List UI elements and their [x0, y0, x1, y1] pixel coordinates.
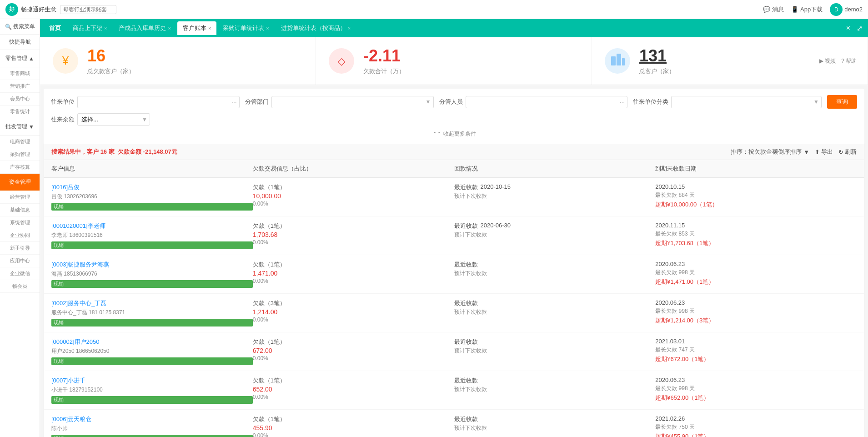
customer-name-link[interactable]: [0016]吕俊	[51, 183, 253, 191]
view-video-btn[interactable]: ▶ 视频	[819, 57, 836, 65]
sidebar-sub-newbie[interactable]: 新手引导	[0, 242, 40, 255]
tab-product-history[interactable]: 产成品入库单历史 ×	[113, 21, 176, 35]
last-payment: 最近收款 2020-06-30	[454, 222, 656, 230]
expand-btn[interactable]: ⤢	[855, 24, 864, 33]
sidebar-sub-enterprise[interactable]: 企业协同	[0, 229, 40, 242]
tab-home[interactable]: 首页	[44, 21, 66, 35]
svg-text:¥: ¥	[62, 54, 69, 67]
customer-tag: 现销	[51, 241, 253, 249]
from-unit-dots-icon[interactable]: ···	[231, 98, 237, 105]
app-download-btn[interactable]: 📱 App下载	[791, 5, 823, 14]
customer-info-0001: [0001020001]李老师 李老师 18600391516 现销	[51, 222, 253, 249]
customer-info-0016: [0016]吕俊 吕俊 13026203696 现销	[51, 183, 253, 211]
tab-close-icon[interactable]: ×	[168, 25, 171, 31]
sidebar-sub-vip[interactable]: 畅会员	[0, 280, 40, 293]
sort-btn[interactable]: 排序：按欠款金额倒序排序 ▼	[731, 148, 809, 156]
result-customer-count: 16	[100, 148, 107, 155]
overdue-amount-link[interactable]: 超期¥1,214.00（3笔）	[655, 316, 857, 325]
sidebar-sub-system[interactable]: 系统管理	[0, 216, 40, 229]
filter-unit-category-select[interactable]	[671, 96, 822, 108]
filter-remaining-select[interactable]: 选择...	[77, 113, 150, 126]
sidebar-sub-purchase[interactable]: 采购管理	[0, 148, 40, 161]
overdue-amount-link[interactable]: 超期¥10,000.00（1笔）	[655, 201, 857, 209]
tab-close-icon[interactable]: ×	[104, 25, 107, 31]
last-payment: 最近收款	[454, 377, 656, 385]
payment-info-0016: 最近收款 2020-10-15 预计下次收款	[454, 183, 656, 200]
sidebar-item-retail-mgmt[interactable]: 零售管理 ▲	[0, 50, 40, 67]
customer-info-0006: [0006]云天粮仓 陈小帅 现销	[51, 415, 253, 437]
tab-close-icon[interactable]: ×	[208, 25, 211, 31]
filter-remaining-label: 往来余额	[51, 116, 75, 124]
next-payment: 预计下次收款	[454, 270, 656, 277]
sidebar-sub-business[interactable]: 经营管理	[0, 191, 40, 204]
overdue-days: 最长欠款 998 天	[655, 269, 857, 276]
tab-close-icon[interactable]: ×	[266, 25, 269, 31]
overdue-info-0003: 2020.06.23 最长欠款 998 天 超期¥1,471.00（1笔）	[655, 261, 857, 286]
tab-close-icon[interactable]: ×	[348, 25, 351, 31]
overdue-amount-link[interactable]: 超期¥672.00（1笔）	[655, 355, 857, 363]
debt-amount: 1,471.00	[253, 270, 454, 277]
sidebar-sub-inventory[interactable]: 库存核算	[0, 161, 40, 174]
filter-manager-input[interactable]	[466, 96, 628, 108]
store-select[interactable]: 母婴行业演示账套	[60, 5, 116, 14]
top-bar-right: 💬 消息 📱 App下载 D demo2	[763, 3, 863, 16]
tab-purchase-order[interactable]: 采购订单统计表 ×	[217, 21, 274, 35]
overdue-days: 最长欠款 998 天	[655, 385, 857, 392]
debt-ratio: 0.00%	[253, 316, 454, 323]
sidebar-sub-marketing[interactable]: 营销推广	[0, 80, 40, 93]
col-header-overdue: 到期未收款日期	[655, 165, 857, 173]
debt-ratio: 0.00%	[253, 355, 454, 362]
collapse-filter-btn[interactable]: ⌃⌃ 收起更多条件	[51, 130, 857, 138]
customer-name-link[interactable]: [0003]畅捷服务尹海燕	[51, 261, 253, 269]
chevron-down-icon: ▼	[29, 124, 34, 130]
sidebar-sub-retail-stats[interactable]: 零售统计	[0, 105, 40, 118]
debt-customer-label: 总欠款客户（家）	[87, 67, 135, 75]
last-payment: 最近收款 2020-10-15	[454, 183, 656, 191]
filter-unit-category-label: 往来单位分类	[633, 98, 668, 106]
payment-info-0002: 最近收款 预计下次收款	[454, 299, 656, 316]
svg-rect-7	[622, 58, 625, 65]
sidebar-item-batch-mgmt[interactable]: 批发管理 ▼	[0, 118, 40, 136]
refresh-btn[interactable]: ↻ 刷新	[838, 148, 857, 156]
sidebar-sub-member[interactable]: 会员中心	[0, 93, 40, 105]
debt-label: 欠款（1笔）	[253, 183, 454, 191]
tab-customer-account[interactable]: 客户账本 ×	[177, 21, 216, 35]
user-menu[interactable]: D demo2	[830, 3, 863, 16]
help-btn[interactable]: ? 帮助	[841, 57, 857, 65]
overdue-info-0007: 2020.06.23 最长欠款 998 天 超期¥652.00（1笔）	[655, 377, 857, 402]
customer-name-link[interactable]: [0006]云天粮仓	[51, 415, 253, 423]
logo-icon: 好	[5, 3, 18, 16]
tab-goods-on-off[interactable]: 商品上下架 ×	[67, 21, 112, 35]
sidebar-item-capital-mgmt[interactable]: 资金管理	[0, 174, 40, 191]
filter-from-unit-input[interactable]	[77, 96, 240, 108]
manager-dots-icon[interactable]: ···	[620, 98, 625, 105]
next-payment: 预计下次收款	[454, 424, 656, 432]
filter-area: 往来单位 ··· 分管部门 ▼	[44, 89, 864, 144]
sidebar-sub-basic[interactable]: 基础信息	[0, 204, 40, 216]
payment-info-0007: 最近收款 预计下次收款	[454, 377, 656, 393]
sidebar-search[interactable]: 🔍 搜索菜单	[0, 19, 40, 35]
sidebar-sub-ecommerce[interactable]: 电商管理	[0, 136, 40, 148]
overdue-amount-link[interactable]: 超期¥455.90（1笔）	[655, 432, 857, 437]
filter-dept-select[interactable]	[271, 96, 434, 108]
message-btn[interactable]: 💬 消息	[763, 5, 784, 14]
filter-manager-wrapper: ···	[466, 96, 628, 108]
customer-name-link[interactable]: [000002]用户2050	[51, 338, 253, 346]
result-debt-amount: -21,148.07元	[143, 148, 177, 155]
sidebar-sub-wechat[interactable]: 企业微信	[0, 267, 40, 280]
tab-label: 产成品入库单历史	[119, 24, 166, 32]
export-btn[interactable]: ⬆ 导出	[815, 148, 833, 156]
customer-name-link[interactable]: [0002]服务中心_丁磊	[51, 299, 253, 307]
customer-name-link[interactable]: [0007]小进千	[51, 377, 253, 385]
customer-name-link[interactable]: [0001020001]李老师	[51, 222, 253, 230]
overdue-amount-link[interactable]: 超期¥1,703.68（1笔）	[655, 239, 857, 247]
debt-label: 欠款（1笔）	[253, 338, 454, 346]
close-all-tabs-btn[interactable]: ×	[844, 24, 852, 33]
overdue-amount-link[interactable]: 超期¥652.00（1笔）	[655, 394, 857, 402]
sidebar-sub-app-center[interactable]: 应用中心	[0, 255, 40, 267]
search-button[interactable]: 查询	[827, 95, 857, 109]
sidebar-sub-retail-mall[interactable]: 零售商城	[0, 67, 40, 80]
overdue-amount-link[interactable]: 超期¥1,471.00（1笔）	[655, 278, 857, 286]
tab-purchase-stats[interactable]: 进货单统计表（按商品） ×	[276, 21, 356, 35]
sidebar-item-quick-nav[interactable]: 快捷导航	[0, 35, 40, 50]
